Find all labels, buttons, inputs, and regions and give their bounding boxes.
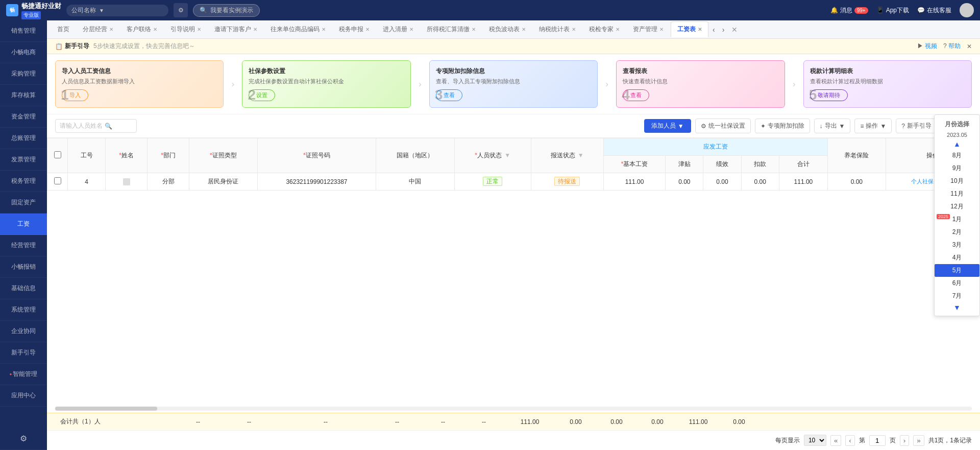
- month-item-8[interactable]: 8月: [935, 149, 979, 162]
- video-link[interactable]: ▶ 视频: [917, 42, 937, 51]
- tab-tax-calc[interactable]: 所得税汇算清缴 ✕: [421, 22, 482, 37]
- col-id-type: *证照类型: [189, 138, 258, 173]
- tab-close-customer[interactable]: ✕: [153, 27, 157, 32]
- tab-close-all-btn[interactable]: ✕: [728, 25, 741, 35]
- sidebar-item-smart[interactable]: ●智能管理: [0, 364, 47, 385]
- month-item-5[interactable]: 5月: [935, 264, 979, 277]
- month-down-btn[interactable]: ▼: [949, 302, 965, 313]
- sidebar-item-purchase[interactable]: 采购管理: [0, 63, 47, 85]
- scrollbar-thumb[interactable]: [55, 407, 157, 411]
- tab-close-tax-report[interactable]: ✕: [365, 27, 370, 32]
- tab-guide-desc[interactable]: 引导说明 ✕: [164, 22, 207, 37]
- sidebar-item-invoice[interactable]: 发票管理: [0, 149, 47, 171]
- sidebar-item-ledger[interactable]: 总账管理: [0, 128, 47, 149]
- online-service-btn[interactable]: 💬 在线客服: [917, 6, 951, 15]
- col-deduction: 扣款: [741, 156, 779, 173]
- tab-clearance[interactable]: 进入清册 ✕: [377, 22, 420, 37]
- tab-tax-reduce[interactable]: 税负波动表 ✕: [483, 22, 532, 37]
- search-icon[interactable]: 🔍: [105, 123, 112, 130]
- sidebar-item-xiaochang-ec[interactable]: 小畅电商: [0, 42, 47, 63]
- tab-prev-btn[interactable]: ‹: [709, 25, 718, 35]
- guide-close-btn[interactable]: ✕: [967, 43, 972, 50]
- tab-close-clearance[interactable]: ✕: [409, 27, 413, 32]
- help-link[interactable]: ? 帮助: [943, 42, 961, 51]
- month-item-10[interactable]: 10月: [935, 175, 979, 187]
- tab-close-tax-expert[interactable]: ✕: [616, 27, 620, 32]
- tab-next-btn[interactable]: ›: [719, 25, 728, 35]
- tab-close-tax-calc[interactable]: ✕: [472, 27, 476, 32]
- month-item-6[interactable]: 6月: [935, 277, 979, 290]
- settings-icon[interactable]: ⚙: [174, 3, 188, 17]
- tab-customer[interactable]: 客户联络 ✕: [120, 22, 163, 37]
- prev-page-btn[interactable]: ‹: [845, 435, 854, 446]
- message-btn[interactable]: 🔔 消息 99+: [830, 6, 868, 15]
- personal-social-btn[interactable]: 个人社保: [911, 178, 934, 184]
- month-item-2[interactable]: 2月: [935, 226, 979, 239]
- month-up-btn[interactable]: ▲: [949, 139, 965, 149]
- tab-close-tax-stat[interactable]: ✕: [572, 27, 576, 32]
- page-label: 第: [859, 436, 865, 445]
- app-download-btn[interactable]: 📱 App下载: [876, 6, 909, 15]
- sidebar-item-guide[interactable]: 新手引导: [0, 342, 47, 364]
- month-item-12[interactable]: 12月: [935, 200, 979, 213]
- unified-settings-btn[interactable]: ⚙ 统一社保设置: [695, 119, 751, 133]
- tab-payroll[interactable]: 工资表 ✕: [671, 21, 708, 37]
- month-item-3[interactable]: 3月: [935, 239, 979, 251]
- tab-assets[interactable]: 资产管理 ✕: [627, 22, 670, 37]
- tab-tax-stat[interactable]: 纳税统计表 ✕: [533, 22, 582, 37]
- tab-close-payroll[interactable]: ✕: [698, 27, 702, 32]
- last-page-btn[interactable]: »: [913, 435, 924, 446]
- sidebar-item-inventory[interactable]: 库存核算: [0, 85, 47, 106]
- sidebar-item-app-center[interactable]: 应用中心: [0, 385, 47, 407]
- month-item-4[interactable]: 4月: [935, 251, 979, 264]
- tab-tax-report[interactable]: 税务申报 ✕: [333, 22, 376, 37]
- page-number-input[interactable]: [869, 435, 886, 446]
- sidebar-item-basic-info[interactable]: 基础信息: [0, 278, 47, 299]
- tab-close-invite[interactable]: ✕: [253, 27, 257, 32]
- sidebar-item-capital[interactable]: 资金管理: [0, 106, 47, 128]
- tab-tax-expert[interactable]: 税检专家 ✕: [583, 22, 626, 37]
- tab-close-tax-reduce[interactable]: ✕: [522, 27, 526, 32]
- export-btn[interactable]: ↓ 导出 ▼: [814, 119, 851, 133]
- search-demo-icon: 🔍: [200, 7, 207, 14]
- sidebar-item-operations[interactable]: 经营管理: [0, 235, 47, 256]
- month-item-9[interactable]: 9月: [935, 162, 979, 175]
- sidebar-item-sales[interactable]: 销售管理: [0, 20, 47, 42]
- operations-btn[interactable]: ≡ 操作 ▼: [854, 119, 892, 133]
- search-input-wrapper[interactable]: 请输入人员姓名 🔍: [55, 119, 137, 133]
- sidebar-item-settings-gear[interactable]: ⚙: [0, 428, 47, 450]
- next-page-btn[interactable]: ›: [900, 435, 909, 446]
- company-selector[interactable]: 公司名称 ▼: [66, 5, 168, 16]
- col-dept: *部门: [148, 138, 189, 173]
- page-size-select[interactable]: 10 20 50: [804, 435, 826, 446]
- sidebar-item-payroll[interactable]: 工资: [0, 214, 47, 235]
- special-deduction-btn[interactable]: ✦ 专项附加扣除: [755, 119, 810, 133]
- new-guide-btn[interactable]: ? 新手引导: [896, 119, 937, 133]
- month-item-7[interactable]: 7月: [935, 290, 979, 302]
- select-all-checkbox[interactable]: [54, 151, 61, 158]
- tab-invite[interactable]: 邀请下游客户 ✕: [208, 22, 263, 37]
- month-item-11[interactable]: 11月: [935, 187, 979, 200]
- tab-partition[interactable]: 分层经营 ✕: [77, 22, 119, 37]
- status-filter-icon[interactable]: ▼: [504, 152, 510, 159]
- step-4-desc: 快速查看统计信息: [623, 78, 778, 85]
- tab-home[interactable]: 首页: [51, 22, 76, 37]
- tab-close-assets[interactable]: ✕: [659, 27, 664, 32]
- tab-close-partition[interactable]: ✕: [109, 27, 113, 32]
- sidebar-item-tax[interactable]: 税务管理: [0, 171, 47, 192]
- sidebar-item-enterprise[interactable]: 企业协同: [0, 321, 47, 342]
- first-page-btn[interactable]: «: [830, 435, 841, 446]
- avatar[interactable]: [960, 3, 974, 17]
- tab-goods-code[interactable]: 往来单位商品编码 ✕: [264, 22, 332, 37]
- sidebar-item-xiaochang-sales[interactable]: 小畅报销: [0, 256, 47, 278]
- cell-id-number: 362321199901223387: [257, 173, 376, 191]
- horizontal-scrollbar[interactable]: [55, 407, 972, 411]
- tab-close-goods-code[interactable]: ✕: [322, 27, 326, 32]
- top-search-bar[interactable]: 🔍 我要看实例演示: [193, 4, 260, 17]
- row-select-checkbox[interactable]: [54, 177, 61, 184]
- add-employee-btn[interactable]: 添加人员 ▼: [644, 119, 691, 133]
- send-status-filter-icon[interactable]: ▼: [578, 152, 584, 159]
- sidebar-item-fixed-assets[interactable]: 固定资产: [0, 192, 47, 214]
- tab-close-guide-desc[interactable]: ✕: [197, 27, 201, 32]
- sidebar-item-system[interactable]: 系统管理: [0, 299, 47, 321]
